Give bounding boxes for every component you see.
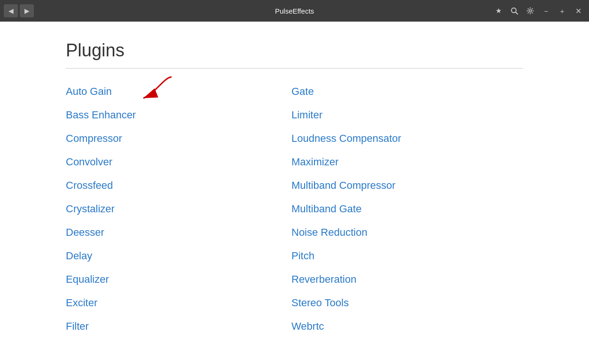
main-content: Plugins Auto GainGateBass EnhancerLimite… [0,22,589,364]
minimize-button[interactable]: − [539,4,553,17]
plugin-item[interactable]: Reverberation [291,268,517,291]
plugin-item[interactable]: Noise Reduction [291,221,517,244]
plugin-item[interactable]: Filter [66,315,291,338]
search-button[interactable] [507,4,521,17]
page-title: Plugins [66,40,523,61]
plugin-item[interactable]: Convolver [66,150,291,174]
plugin-item[interactable]: Maximizer [291,150,517,174]
plugin-item[interactable]: Bass Enhancer [66,103,291,127]
plugin-item[interactable]: Loudness Compensator [291,127,517,150]
star-button[interactable]: ★ [491,4,505,17]
plugin-item[interactable]: Compressor [66,127,291,150]
title-divider [66,68,523,69]
forward-button[interactable]: ▶ [20,4,34,17]
svg-point-2 [529,10,532,12]
close-button[interactable]: ✕ [571,4,585,17]
window-title: PulseEffects [275,7,314,15]
plugin-item[interactable]: Exciter [66,291,291,315]
titlebar-controls: ★ − + ✕ [491,4,585,17]
titlebar: ◀ ▶ PulseEffects ★ − + ✕ [0,0,589,22]
plugin-item[interactable]: Crossfeed [66,174,291,197]
plugin-item[interactable]: Limiter [291,103,517,127]
plugin-item[interactable]: Stereo Tools [291,291,517,315]
plugin-item[interactable]: Auto Gain [66,80,291,103]
plugin-item[interactable]: Gate [291,80,517,103]
svg-line-1 [516,12,518,14]
plugin-item[interactable]: Deesser [66,221,291,244]
gear-button[interactable] [523,4,537,17]
plugin-item[interactable]: Equalizer [66,268,291,291]
plugin-item[interactable]: Crystalizer [66,197,291,221]
plugin-item[interactable]: Multiband Compressor [291,174,517,197]
maximize-button[interactable]: + [555,4,569,17]
back-button[interactable]: ◀ [4,4,18,17]
plugin-item[interactable]: Multiband Gate [291,197,517,221]
plugin-item[interactable]: Pitch [291,244,517,268]
plugin-item[interactable]: Webrtc [291,315,517,338]
plugin-item[interactable]: Delay [66,244,291,268]
plugins-grid: Auto GainGateBass EnhancerLimiterCompres… [66,80,517,338]
titlebar-nav: ◀ ▶ [4,4,34,17]
